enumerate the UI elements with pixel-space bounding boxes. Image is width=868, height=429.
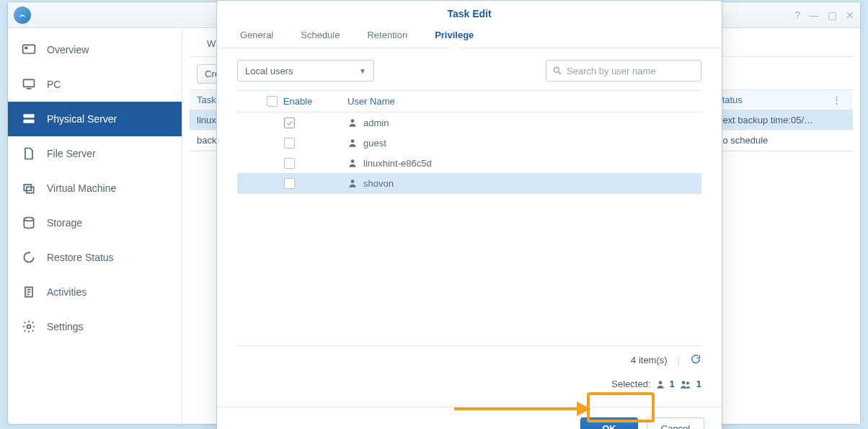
svg-point-14 [351, 159, 355, 163]
svg-point-9 [27, 325, 31, 329]
user-search-box[interactable] [546, 60, 701, 81]
file-server-icon [21, 146, 37, 162]
user-row[interactable]: admin [237, 112, 701, 133]
svg-point-13 [351, 139, 355, 143]
user-table: Enable User Name admin guest [237, 90, 701, 194]
divider: | [678, 355, 680, 366]
person-icon [347, 138, 358, 148]
group-icon [679, 379, 692, 389]
svg-rect-3 [27, 88, 32, 89]
restore-icon [21, 249, 37, 265]
ok-button[interactable]: OK [580, 417, 638, 429]
item-count-label: 4 item(s) [631, 355, 668, 366]
svg-point-16 [658, 381, 662, 384]
svg-rect-6 [24, 185, 31, 190]
sidebar-item-label: Settings [47, 321, 84, 332]
svg-point-8 [24, 218, 33, 221]
svg-point-10 [554, 67, 559, 72]
dialog-title: Task Edit [217, 1, 722, 22]
tab-general[interactable]: General [237, 22, 276, 48]
svg-point-18 [686, 381, 689, 384]
chevron-down-icon: ▼ [359, 67, 366, 75]
svg-rect-5 [24, 120, 35, 123]
vm-icon [21, 180, 37, 196]
cancel-button[interactable]: Cancel [647, 417, 704, 429]
sidebar-item-restore-status[interactable]: Restore Status [8, 240, 182, 275]
svg-rect-2 [24, 79, 35, 87]
user-row[interactable]: guest [237, 133, 701, 153]
person-icon [347, 158, 358, 168]
sidebar-item-label: PC [47, 79, 61, 90]
person-icon [347, 118, 358, 128]
user-name: admin [363, 118, 389, 128]
sidebar-item-label: Physical Server [47, 113, 117, 125]
enable-checkbox[interactable] [284, 158, 295, 169]
window-minimize-icon[interactable]: — [809, 9, 819, 21]
col-status-header[interactable]: Status [716, 94, 828, 105]
task-edit-dialog: Task Edit General Schedule Retention Pri… [216, 0, 722, 429]
reload-button[interactable] [690, 353, 701, 367]
sidebar: Overview PC Physical Server File Server … [8, 28, 182, 424]
selected-group-count: 1 [696, 379, 701, 389]
sidebar-item-label: Restore Status [47, 252, 114, 263]
svg-point-12 [351, 119, 355, 123]
sidebar-item-physical-server[interactable]: Physical Server [8, 102, 182, 136]
sidebar-item-label: Virtual Machine [47, 182, 116, 194]
search-icon [552, 66, 562, 76]
svg-line-11 [559, 72, 562, 75]
svg-point-15 [351, 180, 355, 183]
sidebar-item-pc[interactable]: PC [8, 67, 182, 102]
sidebar-item-settings[interactable]: Settings [8, 309, 182, 344]
sidebar-item-file-server[interactable]: File Server [8, 136, 182, 171]
selected-summary: Selected: 1 1 [237, 374, 701, 398]
person-icon [347, 178, 358, 188]
tab-privilege[interactable]: Privilege [432, 22, 477, 48]
user-scope-select[interactable]: Local users ▼ [237, 60, 374, 81]
sidebar-item-overview[interactable]: Overview [8, 32, 182, 67]
svg-rect-4 [24, 114, 35, 118]
tab-retention[interactable]: Retention [364, 22, 410, 48]
server-icon [21, 111, 37, 127]
user-search-input[interactable] [567, 66, 695, 76]
window-close-icon[interactable]: ✕ [846, 9, 854, 21]
sidebar-item-label: File Server [47, 148, 96, 159]
sidebar-item-label: Activities [47, 286, 87, 298]
enable-checkbox[interactable] [284, 138, 295, 149]
user-name: linuxhint-e86c5d [363, 158, 432, 169]
storage-icon [21, 215, 37, 231]
enable-checkbox[interactable] [284, 118, 295, 128]
sidebar-item-label: Overview [47, 44, 89, 56]
sidebar-item-virtual-machine[interactable]: Virtual Machine [8, 171, 182, 205]
col-user-header[interactable]: User Name [342, 96, 701, 107]
user-row[interactable]: shovon [237, 173, 701, 193]
grid-columns-menu-icon[interactable]: ⋮ [828, 94, 846, 105]
task-status: Next backup time:05/… [716, 115, 846, 125]
tab-schedule[interactable]: Schedule [298, 22, 342, 48]
svg-point-17 [682, 381, 686, 384]
window-help-icon[interactable]: ? [794, 9, 800, 21]
gear-icon [21, 319, 37, 335]
col-enable-header[interactable]: Enable [283, 96, 312, 107]
selected-label: Selected: [611, 379, 650, 389]
activities-icon [21, 284, 37, 300]
app-logo [14, 6, 31, 24]
task-status: No schedule [716, 135, 846, 146]
select-value: Local users [245, 66, 293, 76]
user-name: guest [363, 138, 386, 149]
window-maximize-icon[interactable]: ▢ [828, 9, 837, 21]
user-name: shovon [363, 178, 394, 189]
overview-icon [21, 42, 37, 58]
person-icon [655, 379, 665, 389]
svg-rect-1 [25, 47, 27, 49]
user-row[interactable]: linuxhint-e86c5d [237, 153, 701, 173]
sidebar-item-storage[interactable]: Storage [8, 205, 182, 240]
sidebar-item-label: Storage [47, 217, 82, 229]
enable-all-checkbox[interactable] [267, 96, 278, 107]
sidebar-item-activities[interactable]: Activities [8, 275, 182, 309]
selected-user-count: 1 [670, 379, 675, 389]
enable-checkbox[interactable] [284, 178, 295, 189]
pc-icon [21, 76, 37, 92]
